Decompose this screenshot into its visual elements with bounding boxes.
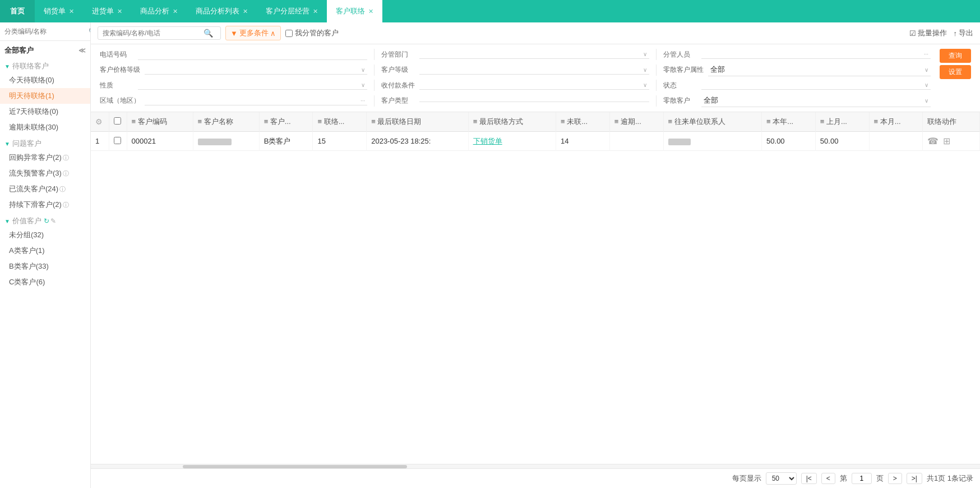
sidebar-item-overdue-contact[interactable]: 逾期未联络(30) [0, 119, 90, 135]
col-person-label: ≡ [668, 117, 674, 126]
phone-input[interactable] [138, 49, 367, 60]
zero-attr-select[interactable]: 全部 ∨ [708, 63, 931, 76]
sidebar-all-customers[interactable]: 全部客户 ≪ [0, 41, 90, 58]
nav-customer-contact[interactable]: 客户联络 ✕ [327, 0, 382, 22]
query-button[interactable]: 查询 [940, 49, 971, 63]
sidebar-search-bar[interactable]: 🔍 [0, 22, 90, 41]
total-records: 共1页 1条记录 [927, 473, 973, 484]
filter-more-btn[interactable]: ▼ 更多条件 ∧ [225, 26, 281, 40]
row-select-checkbox[interactable] [114, 137, 121, 144]
sidebar-refresh-icon[interactable]: ↻ [44, 217, 49, 225]
payment-select[interactable]: ∨ [419, 81, 649, 90]
nav-sales-order[interactable]: 销货单 ✕ [35, 0, 83, 22]
col-settings: ⚙ [91, 112, 109, 132]
divider5 [374, 80, 375, 91]
manager-select[interactable]: ··· [701, 50, 931, 59]
toolbar: 🔍 ▼ 更多条件 ∧ 我分管的客户 ☑ 批量操作 ↑ 导出 [91, 22, 980, 44]
data-table-container: ⚙ ≡ 客户编码 ≡ 客户名称 ≡ 客户... [91, 112, 980, 464]
scrollbar-thumb[interactable] [183, 465, 407, 468]
col-checkbox [109, 112, 127, 132]
row-checkbox [109, 132, 127, 151]
top-navigation: 首页 销货单 ✕ 进货单 ✕ 商品分析 ✕ 商品分析列表 ✕ 客户分层经营 ✕ … [0, 0, 980, 22]
divider7 [374, 95, 375, 107]
settings-col-icon[interactable]: ⚙ [95, 117, 103, 126]
dept-select[interactable]: ∨ [419, 50, 649, 59]
row-this-year: 50.00 [762, 132, 816, 151]
row-last-contact-type[interactable]: 下销货单 [468, 132, 556, 151]
last-page-btn[interactable]: >| [907, 473, 922, 484]
prev-page-btn[interactable]: < [821, 473, 835, 484]
nav-customer-segmentation[interactable]: 客户分层经营 ✕ [257, 0, 327, 22]
col-name-label: ≡ [198, 117, 204, 126]
nav-product-analysis[interactable]: 商品分析 ✕ [131, 0, 187, 22]
filter-row-4: 区域（地区） ··· 客户类型 [100, 94, 931, 107]
nav-purchase-order[interactable]: 进货单 ✕ [83, 0, 131, 22]
nav-home[interactable]: 首页 [0, 0, 35, 22]
value-level-select[interactable]: ∨ [145, 66, 367, 75]
select-all-checkbox[interactable] [114, 117, 121, 125]
sidebar-item-tomorrow-contact[interactable]: 明天待联络(1) [0, 88, 90, 104]
qr-action-icon[interactable]: ⊞ [943, 136, 950, 146]
filter-customer-level-field: 客户等级 ∨ [381, 65, 649, 75]
sidebar-item-c-class[interactable]: C类客户(6) [0, 274, 90, 290]
close-customer-contact-icon[interactable]: ✕ [368, 8, 373, 15]
page-size-label: 每页显示 [732, 473, 761, 484]
sidebar-item-declining[interactable]: 持续下滑客户(2) ⓘ [0, 197, 90, 213]
sidebar-item-a-class[interactable]: A类客户(1) [0, 243, 90, 259]
sidebar-edit-icon[interactable]: ✎ [50, 217, 56, 225]
close-purchase-order-icon[interactable]: ✕ [117, 8, 122, 15]
horizontal-scrollbar[interactable] [91, 464, 980, 468]
sidebar-item-churned[interactable]: 已流失客户(24) ⓘ [0, 181, 90, 197]
settings-button[interactable]: 设置 [940, 65, 971, 79]
last-contact-link[interactable]: 下销货单 [473, 137, 502, 145]
sidebar-search-input[interactable] [4, 27, 89, 35]
customer-level-select[interactable]: ∨ [419, 66, 649, 75]
toolbar-right: ☑ 批量操作 ↑ 导出 [909, 28, 974, 38]
customer-level-label: 客户等级 [381, 65, 415, 75]
sidebar-item-abnormal-repurchase[interactable]: 回购异常客户(2) ⓘ [0, 150, 90, 165]
sidebar-item-churn-warning[interactable]: 流失预警客户(3) ⓘ [0, 165, 90, 181]
payment-arrow: ∨ [643, 82, 647, 88]
nav-product-analysis-list[interactable]: 商品分析列表 ✕ [187, 0, 257, 22]
close-product-analysis-list-icon[interactable]: ✕ [243, 8, 248, 15]
sidebar-item-7days-contact[interactable]: 近7天待联络(0) [0, 104, 90, 119]
close-sales-order-icon[interactable]: ✕ [69, 8, 74, 15]
export-btn[interactable]: ↑ 导出 [954, 28, 974, 38]
sidebar-collapse-icon[interactable]: ≪ [78, 47, 86, 54]
col-type-label: ≡ [264, 117, 270, 126]
filter-payment-field: 收付款条件 ∨ [381, 81, 649, 90]
sidebar-item-ungrouped[interactable]: 未分组(32) [0, 227, 90, 243]
first-page-btn[interactable]: |< [801, 473, 817, 484]
my-customers-toggle[interactable]: 我分管的客户 [285, 28, 339, 38]
close-product-analysis-icon[interactable]: ✕ [173, 8, 178, 15]
search-input[interactable] [103, 29, 204, 37]
page-number-input[interactable] [852, 473, 872, 484]
manager-label: 分管人员 [663, 50, 697, 59]
zero-customer-select[interactable]: 全部 ∨ [701, 94, 931, 107]
table-header-row: ⚙ ≡ 客户编码 ≡ 客户名称 ≡ 客户... [91, 112, 980, 132]
value-level-label: 客户价格等级 [100, 65, 140, 75]
toolbar-search-icon[interactable]: 🔍 [204, 29, 213, 38]
contact-person-masked [668, 139, 691, 145]
close-customer-segmentation-icon[interactable]: ✕ [313, 8, 318, 15]
filter-area-field: 区域（地区） ··· [100, 96, 367, 105]
sidebar-item-today-contact[interactable]: 今天待联络(0) [0, 72, 90, 88]
toolbar-search-bar[interactable]: 🔍 [98, 26, 221, 40]
customer-type-select[interactable] [419, 99, 649, 102]
my-customers-checkbox[interactable] [285, 30, 293, 37]
sidebar-group-value-customers: ▼ 价值客户 ↻ ✎ [0, 213, 90, 227]
filter-row-1: 电话号码 分管部门 ∨ 分管人员 [100, 49, 931, 60]
batch-op-btn[interactable]: ☑ 批量操作 [909, 28, 947, 38]
next-page-btn[interactable]: > [888, 473, 902, 484]
status-select[interactable]: ∨ [701, 81, 931, 90]
info-icon-churned: ⓘ [59, 185, 66, 194]
gender-select[interactable]: ∨ [138, 81, 367, 90]
area-label: 区域（地区） [100, 96, 140, 105]
sidebar-item-b-class[interactable]: B类客户(33) [0, 259, 90, 274]
row-contact-person [663, 132, 762, 151]
page-size-select[interactable]: 50 100 200 [766, 472, 797, 485]
area-select[interactable]: ··· [145, 96, 367, 105]
row-last-month: 50.00 [815, 132, 869, 151]
filter-status-field: 状态 ∨ [663, 81, 931, 90]
contact-action-icon[interactable]: ☎ [927, 136, 939, 146]
